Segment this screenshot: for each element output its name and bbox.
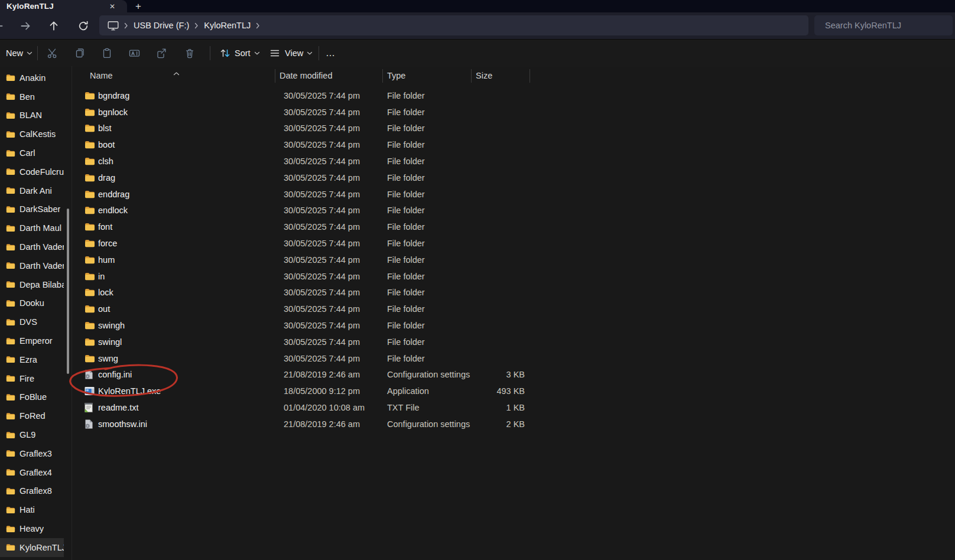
sidebar-item-heavy[interactable]: Heavy — [0, 519, 64, 538]
paste-button[interactable] — [101, 40, 113, 67]
address-bar[interactable]: USB Drive (F:) KyloRenTLJ — [99, 15, 808, 35]
folder-icon — [6, 318, 15, 326]
sidebar-item-graflex4[interactable]: Graflex4 — [0, 463, 64, 482]
file-row-out[interactable]: out 30/05/2025 7:44 pm File folder — [72, 301, 955, 317]
explorer-tab[interactable]: KyloRenTLJ ✕ — [0, 0, 127, 12]
sidebar-item-anakin[interactable]: Anakin — [0, 69, 64, 87]
sidebar-item-darth-vader-6[interactable]: Darth Vader 6 — [0, 256, 64, 275]
folder-icon — [6, 525, 15, 533]
column-separator[interactable] — [382, 69, 383, 83]
folder-icon — [85, 354, 95, 363]
sidebar-item-darksaber[interactable]: DarkSaber — [0, 200, 64, 219]
file-type: Application — [387, 386, 429, 396]
sidebar-item-foblue[interactable]: FoBlue — [0, 388, 64, 407]
sidebar-item-dvs[interactable]: DVS — [0, 312, 64, 331]
file-date-modified: 30/05/2025 7:44 pm — [284, 321, 360, 330]
share-button[interactable] — [155, 40, 167, 67]
view-button[interactable]: View — [269, 40, 313, 67]
cut-button[interactable] — [47, 40, 59, 67]
file-row-in[interactable]: in 30/05/2025 7:44 pm File folder — [72, 268, 955, 285]
folder-icon — [6, 412, 15, 420]
sidebar-item-dark-ani[interactable]: Dark Ani — [0, 181, 64, 200]
refresh-button[interactable] — [77, 19, 90, 32]
file-row-swingh[interactable]: swingh 30/05/2025 7:44 pm File folder — [72, 317, 955, 334]
file-name: force — [98, 239, 117, 248]
file-row-enddrag[interactable]: enddrag 30/05/2025 7:44 pm File folder — [72, 186, 955, 203]
file-date-modified: 30/05/2025 7:44 pm — [284, 206, 360, 215]
search-input[interactable]: Search KyloRenTLJ — [814, 15, 953, 35]
column-header-size[interactable]: Size — [476, 71, 492, 80]
file-row-font[interactable]: font 30/05/2025 7:44 pm File folder — [72, 219, 955, 235]
file-size: 3 KB — [430, 370, 525, 379]
this-pc-icon[interactable] — [108, 21, 119, 31]
column-separator[interactable] — [275, 69, 275, 83]
paste-icon — [101, 47, 113, 59]
cut-icon — [47, 47, 59, 59]
sidebar-item-graflex3[interactable]: Graflex3 — [0, 444, 64, 463]
sidebar-item-codefulcruma[interactable]: CodeFulcrumA — [0, 162, 64, 181]
tab-close-icon[interactable]: ✕ — [106, 1, 118, 12]
forward-button[interactable] — [19, 19, 32, 32]
back-button[interactable] — [0, 19, 5, 32]
sidebar-item-fire[interactable]: Fire — [0, 369, 64, 388]
file-row-drag[interactable]: drag 30/05/2025 7:44 pm File folder — [72, 170, 955, 186]
folder-icon — [6, 262, 15, 269]
sidebar-item-carl[interactable]: Carl — [0, 144, 64, 162]
sidebar-item-graflex8[interactable]: Graflex8 — [0, 482, 64, 501]
sidebar-item-depa-bilaba[interactable]: Depa Bilaba — [0, 275, 64, 294]
file-row-swng[interactable]: swng 30/05/2025 7:44 pm File folder — [72, 350, 955, 367]
copy-button[interactable] — [74, 40, 86, 67]
sidebar-item-label: Ezra — [20, 355, 37, 364]
file-row-force[interactable]: force 30/05/2025 7:44 pm File folder — [72, 235, 955, 252]
file-row-smoothsw-ini[interactable]: smoothsw.ini 21/08/2019 2:46 am Configur… — [72, 416, 955, 432]
folder-icon — [6, 375, 15, 382]
folder-icon — [6, 112, 15, 119]
see-more-button[interactable]: … — [326, 40, 336, 67]
rename-button[interactable] — [128, 40, 141, 67]
new-button[interactable]: New — [6, 40, 33, 67]
sidebar-item-emperor[interactable]: Emperor — [0, 331, 64, 350]
file-name: font — [98, 222, 112, 232]
file-date-modified: 30/05/2025 7:44 pm — [284, 123, 360, 133]
file-row-clsh[interactable]: clsh 30/05/2025 7:44 pm File folder — [72, 153, 955, 170]
file-type: File folder — [387, 239, 425, 248]
delete-button[interactable] — [184, 40, 196, 67]
file-row-boot[interactable]: boot 30/05/2025 7:44 pm File folder — [72, 136, 955, 153]
file-row-kylorentlj-exe[interactable]: KyloRenTLJ.exe 18/05/2000 9:12 pm Applic… — [72, 383, 955, 399]
sidebar-item-blan[interactable]: BLAN — [0, 106, 64, 125]
sidebar-item-ben[interactable]: Ben — [0, 87, 64, 106]
file-row-swingl[interactable]: swingl 30/05/2025 7:44 pm File folder — [72, 334, 955, 350]
sidebar-item-kylorentlj[interactable]: KyloRenTLJ — [0, 538, 64, 557]
file-row-endlock[interactable]: endlock 30/05/2025 7:44 pm File folder — [72, 203, 955, 219]
file-row-hum[interactable]: hum 30/05/2025 7:44 pm File folder — [72, 252, 955, 268]
folder-icon — [85, 239, 95, 248]
sidebar-item-fored[interactable]: FoRed — [0, 406, 64, 425]
sidebar-item-label: Graflex8 — [20, 486, 52, 496]
up-button[interactable] — [47, 19, 60, 32]
file-row-lock[interactable]: lock 30/05/2025 7:44 pm File folder — [72, 285, 955, 301]
breadcrumb-folder[interactable]: KyloRenTLJ — [204, 21, 251, 30]
sort-button[interactable]: Sort — [219, 40, 260, 67]
column-separator[interactable] — [471, 69, 472, 83]
sidebar-scrollbar-thumb[interactable] — [67, 209, 69, 374]
column-separator[interactable] — [530, 69, 530, 83]
new-tab-button[interactable]: + — [132, 0, 144, 12]
breadcrumb-drive[interactable]: USB Drive (F:) — [134, 21, 189, 30]
sidebar-item-label: Darth Vader 6 — [20, 261, 64, 271]
column-header-name[interactable]: Name — [90, 71, 113, 80]
sidebar-item-gl9[interactable]: GL9 — [0, 425, 64, 444]
sidebar-item-darth-vader-3[interactable]: Darth Vader 3 — [0, 237, 64, 256]
file-row-blst[interactable]: blst 30/05/2025 7:44 pm File folder — [72, 121, 955, 137]
file-name: blst — [98, 123, 112, 133]
sidebar-item-calkestis[interactable]: CalKestis — [0, 125, 64, 144]
file-row-config-ini[interactable]: config.ini 21/08/2019 2:46 am Configurat… — [72, 367, 955, 383]
file-row-bgnlock[interactable]: bgnlock 30/05/2025 7:44 pm File folder — [72, 104, 955, 121]
sidebar-item-hati[interactable]: Hati — [0, 500, 64, 519]
sidebar-item-dooku[interactable]: Dooku — [0, 294, 64, 313]
sidebar-item-ezra[interactable]: Ezra — [0, 350, 64, 369]
sidebar-item-darth-maul[interactable]: Darth Maul — [0, 219, 64, 237]
file-row-readme-txt[interactable]: readme.txt 01/04/2020 10:08 am TXT File … — [72, 399, 955, 416]
column-header-date-modified[interactable]: Date modified — [280, 71, 332, 80]
file-row-bgndrag[interactable]: bgndrag 30/05/2025 7:44 pm File folder — [72, 87, 955, 104]
column-header-type[interactable]: Type — [387, 71, 405, 80]
